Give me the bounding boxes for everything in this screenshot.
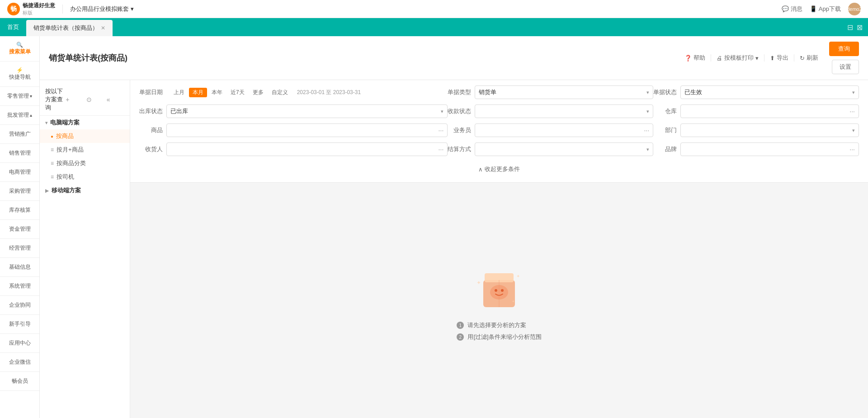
sidebar-item-inventory[interactable]: 库存核算 xyxy=(0,201,39,220)
divider1 xyxy=(711,54,711,62)
svg-point-4 xyxy=(501,289,504,292)
tab-sales-stat[interactable]: 销货单统计表（按商品） ✕ xyxy=(26,20,113,36)
date-tab-7days[interactable]: 近7天 xyxy=(227,88,248,97)
out-status-control[interactable]: 已出库 ▾ xyxy=(166,104,448,118)
topbar-right: 💬 消息 📱 App下载 demo2 xyxy=(782,3,861,15)
workspace-selector[interactable]: 办公用品行业模拟账套 ▾ xyxy=(70,5,134,13)
sidebar-item-marketing[interactable]: 营销推广 xyxy=(0,125,39,144)
warehouse-dots-icon[interactable]: ··· xyxy=(849,108,855,115)
dept-control[interactable]: ▾ xyxy=(680,124,859,137)
print-button[interactable]: 🖨 按模板打印 ▾ xyxy=(717,54,759,62)
payment-status-label: 收款状态 xyxy=(448,107,475,115)
sidebar-item-corp[interactable]: 企业协同 xyxy=(0,296,39,315)
salesman-label: 业务员 xyxy=(448,126,475,134)
topbar: 畅 畅捷通好生意 标版 办公用品行业模拟账套 ▾ 💬 消息 📱 App下载 de… xyxy=(0,0,868,18)
doc-status-control[interactable]: 已生效 ▾ xyxy=(680,86,859,99)
receiver-dots-icon[interactable]: ··· xyxy=(439,146,444,153)
app-download-button[interactable]: 📱 App下载 xyxy=(810,5,841,13)
scheme-item-by-cashier[interactable]: ≡ 按司机 xyxy=(40,170,130,184)
collapse-panel-button[interactable]: « xyxy=(107,96,124,103)
maximize-icon[interactable]: ⊠ xyxy=(857,23,863,32)
brand-filter-item: 品牌 ··· xyxy=(653,142,859,156)
divider3 xyxy=(794,54,794,62)
goods-control[interactable]: ··· xyxy=(166,124,448,137)
settings-scheme-button[interactable]: ⊙ xyxy=(86,96,104,103)
scheme-item-by-goods-cat[interactable]: ≡ 按商品分类 xyxy=(40,157,130,170)
out-status-arrow-icon: ▾ xyxy=(441,109,443,114)
print-arrow-icon: ▾ xyxy=(755,55,759,62)
tabbar: 首页 销货单统计表（按商品） ✕ ⊟ ⊠ xyxy=(0,18,868,36)
window-controls: ⊟ ⊠ xyxy=(847,23,868,32)
payment-status-filter-item: 收款状态 ▾ xyxy=(448,104,653,118)
sidebar-item-quick-nav[interactable]: ⚡ 快捷导航 xyxy=(0,62,39,87)
sidebar-item-ecom[interactable]: 电商管理 xyxy=(0,163,39,182)
scheme-section-mobile-toggle[interactable]: ▶ 移动端方案 xyxy=(40,184,130,197)
salesman-control[interactable]: ··· xyxy=(475,124,653,137)
sidebar-item-vip[interactable]: 畅会员 xyxy=(0,372,39,391)
brand-control[interactable]: ··· xyxy=(680,142,859,156)
query-button[interactable]: 查询 xyxy=(829,42,859,56)
logo-area: 畅 畅捷通好生意 标版 xyxy=(7,2,55,16)
goods-dots-icon[interactable]: ··· xyxy=(439,127,444,134)
out-status-label: 出库状态 xyxy=(139,107,166,115)
sidebar-item-basic[interactable]: 基础信息 xyxy=(0,258,39,277)
page-actions: ❓ 帮助 🖨 按模板打印 ▾ ⬆ 导出 ↻ 刷新 xyxy=(684,42,859,80)
date-tab-last-month[interactable]: 上月 xyxy=(170,88,188,97)
date-filter-item: 单据日期 上月 本月 本年 近7天 更多 自定义 20 xyxy=(139,88,448,97)
sidebar-item-newbie[interactable]: 新手引导 xyxy=(0,315,39,334)
doc-type-control[interactable]: 销货单 ▾ xyxy=(475,86,653,99)
sidebar-item-system[interactable]: 系统管理 xyxy=(0,277,39,296)
message-icon: 💬 xyxy=(782,5,789,12)
scheme-item-by-goods[interactable]: ● 按商品 xyxy=(40,129,130,143)
out-status-filter-item: 出库状态 已出库 ▾ xyxy=(139,104,448,118)
settings-button[interactable]: 设置 xyxy=(832,60,859,74)
sidebar-item-finance[interactable]: 资金管理 xyxy=(0,220,39,239)
scheme-item-by-month-goods[interactable]: ≡ 按月+商品 xyxy=(40,143,130,157)
user-menu[interactable]: demo2 xyxy=(848,3,861,15)
tab-close-icon[interactable]: ✕ xyxy=(101,25,105,31)
tab-home[interactable]: 首页 xyxy=(0,18,26,36)
brand-dots-icon[interactable]: ··· xyxy=(849,146,855,153)
sidebar-item-ops[interactable]: 经营管理 xyxy=(0,239,39,258)
add-scheme-button[interactable]: + xyxy=(66,96,83,103)
date-tab-more[interactable]: 更多 xyxy=(249,88,267,97)
main-layout: 🔍 搜索菜单 ⚡ 快捷导航 零售管理 ▾ 批发管理 ▴ 营销推广 销售管理 电商… xyxy=(0,36,868,418)
sidebar-item-apps[interactable]: 应用中心 xyxy=(0,334,39,353)
settle-control[interactable]: ▾ xyxy=(475,142,653,156)
warehouse-control[interactable]: ··· xyxy=(680,104,859,118)
message-button[interactable]: 💬 消息 xyxy=(782,5,802,13)
salesman-dots-icon[interactable]: ··· xyxy=(644,127,649,134)
export-button[interactable]: ⬆ 导出 xyxy=(770,54,788,62)
empty-illustration: ✦ ✦ ✦ xyxy=(472,260,526,314)
sidebar-item-wholesale[interactable]: 批发管理 ▴ xyxy=(0,106,39,125)
logo-icon: 畅 xyxy=(7,3,20,15)
scheme-section-pc-toggle[interactable]: ▾ 电脑端方案 xyxy=(40,116,130,129)
by-goods-cat-label: 按商品分类 xyxy=(57,159,86,167)
date-tabs: 上月 本月 本年 近7天 更多 自定义 xyxy=(170,88,292,97)
minimize-icon[interactable]: ⊟ xyxy=(847,23,853,32)
sidebar-item-wechat[interactable]: 企业微信 xyxy=(0,353,39,372)
collapse-button[interactable]: ∧ 收起更多条件 xyxy=(139,162,859,177)
date-tab-custom[interactable]: 自定义 xyxy=(268,88,292,97)
svg-point-3 xyxy=(495,289,497,292)
help-button[interactable]: ❓ 帮助 xyxy=(684,54,705,62)
logo-sub: 标版 xyxy=(23,10,55,16)
sidebar-item-search[interactable]: 🔍 搜索菜单 xyxy=(0,36,39,62)
pc-section-toggle-icon: ▾ xyxy=(45,120,47,125)
doc-type-arrow-icon: ▾ xyxy=(646,90,649,95)
receiver-control[interactable]: ··· xyxy=(166,142,448,156)
out-status-value: 已出库 xyxy=(170,107,441,115)
sidebar-item-retail[interactable]: 零售管理 ▾ xyxy=(0,87,39,106)
sidebar: 🔍 搜索菜单 ⚡ 快捷导航 零售管理 ▾ 批发管理 ▴ 营销推广 销售管理 电商… xyxy=(0,36,40,418)
refresh-button[interactable]: ↻ 刷新 xyxy=(800,54,818,62)
quick-nav-icon: ⚡ xyxy=(2,67,38,73)
date-filter-label: 单据日期 xyxy=(139,88,166,96)
page-header: 销货单统计表(按商品) ❓ 帮助 🖨 按模板打印 ▾ ⬆ 导出 xyxy=(40,36,868,80)
payment-status-control[interactable]: ▾ xyxy=(475,104,653,118)
warehouse-filter-item: 仓库 ··· xyxy=(653,104,859,118)
date-tab-this-month[interactable]: 本月 xyxy=(189,88,207,97)
sidebar-item-sales[interactable]: 销售管理 xyxy=(0,144,39,163)
date-tab-this-year[interactable]: 本年 xyxy=(208,88,226,97)
sidebar-item-purchase[interactable]: 采购管理 xyxy=(0,182,39,201)
retail-arrow-icon: ▾ xyxy=(30,94,32,99)
